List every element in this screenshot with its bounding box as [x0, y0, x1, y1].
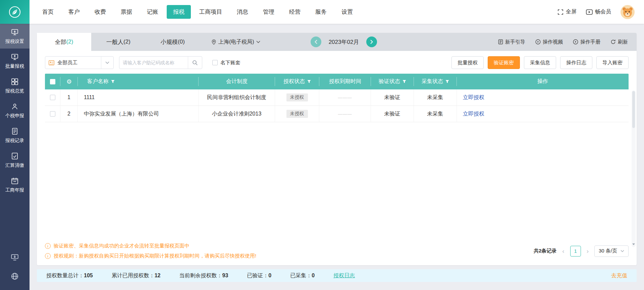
next-month-button[interactable]: [366, 37, 377, 47]
page-number-button[interactable]: 1: [570, 246, 581, 257]
nav-item-bookkeeping[interactable]: 记账: [141, 5, 165, 19]
sidebar-item-annual-report[interactable]: 工商年报: [0, 172, 30, 197]
nav-item-home[interactable]: 首页: [36, 5, 60, 19]
tab-count: (2): [123, 39, 130, 45]
row-checkbox[interactable]: [50, 95, 55, 100]
fullscreen-button[interactable]: 全屏: [557, 8, 577, 15]
pagination: 共2条记录 ‹ 1 › 30 条/页: [534, 245, 629, 257]
nav-item-settings[interactable]: 设置: [335, 5, 359, 19]
import-credentials-button[interactable]: 导入账密: [596, 56, 629, 69]
filter-funnel-icon[interactable]: [402, 80, 406, 83]
scrollbar-thumb[interactable]: [632, 91, 635, 128]
guide-doc-icon: [498, 39, 503, 45]
tab-count: (2): [66, 39, 73, 45]
own-ledger-checkbox[interactable]: [212, 60, 218, 65]
operation-manual-link[interactable]: 操作手册: [573, 39, 600, 45]
table-empty-space: [45, 122, 629, 241]
tab-general-taxpayer[interactable]: 一般人 (2): [91, 33, 146, 51]
status-used-auth: 累计已用授权数：12: [112, 272, 161, 279]
nav-item-customers[interactable]: 客户: [62, 5, 86, 19]
chevron-down-icon: [621, 250, 624, 252]
header-gear-cell: ⚙: [60, 74, 78, 89]
nav-item-management[interactable]: 管理: [257, 5, 281, 19]
collect-status-cell: 未采集: [414, 89, 457, 105]
support-globe-icon[interactable]: [10, 272, 19, 281]
sidebar-item-settlement[interactable]: 汇算清缴: [0, 148, 30, 172]
prev-month-button[interactable]: [311, 37, 321, 47]
nav-item-invoices[interactable]: 票据: [114, 5, 139, 19]
tab-label: 全部: [55, 38, 66, 46]
tab-all[interactable]: 全部 (2): [37, 33, 91, 51]
vertical-scrollbar[interactable]: [632, 90, 636, 247]
sidebar-item-label: 汇算清缴: [5, 162, 24, 168]
customer-search-box: [119, 56, 202, 69]
operation-video-link[interactable]: 操作视频: [535, 39, 563, 45]
tab-small-scale[interactable]: 小规模 (0): [146, 33, 200, 51]
sidebar-item-batch-filing[interactable]: 批量报税: [0, 49, 30, 73]
header-collect-status: 采集状态: [414, 74, 457, 89]
help-links: 新手引导 操作视频 操作手册: [498, 39, 637, 45]
accounting-system-cell: 小企业会计准则2013: [199, 106, 275, 122]
column-settings-gear-icon[interactable]: ⚙: [66, 79, 72, 85]
download-client-icon[interactable]: [10, 253, 19, 262]
collect-info-button[interactable]: 采集信息: [524, 56, 556, 69]
status-badge: 未授权: [286, 93, 308, 101]
nav-item-services[interactable]: 服务: [309, 5, 333, 19]
chevron-right-icon: [370, 40, 373, 44]
sidebar-bottom-tools: [0, 253, 30, 290]
batch-authorize-button[interactable]: 批量授权: [451, 56, 484, 69]
recharge-link[interactable]: 去充值: [611, 272, 627, 279]
authorize-now-link[interactable]: 立即授权: [463, 111, 484, 118]
filter-funnel-icon[interactable]: [307, 80, 311, 83]
row-index: 2: [60, 106, 78, 122]
nav-item-operations[interactable]: 经营: [283, 5, 307, 19]
next-page-button[interactable]: ›: [586, 247, 590, 255]
member-button[interactable]: 畅会员: [586, 8, 611, 15]
beginner-guide-link[interactable]: 新手引导: [498, 39, 525, 45]
sidebar-item-tax-settings[interactable]: 报税设置: [0, 24, 30, 49]
user-avatar[interactable]: [621, 5, 635, 19]
play-circle-icon: [535, 39, 541, 45]
overview-icon: [11, 78, 19, 86]
nav-item-tax-filing[interactable]: 报税: [167, 5, 191, 19]
header-verify-status: 验证状态: [371, 74, 414, 89]
notice-line: i 验证账密、采集信息均成功的企业才会流转至批量报税页面中: [45, 243, 256, 249]
sidebar-item-filing-records[interactable]: 报税记录: [0, 123, 30, 148]
sidebar-item-label: 报税总览: [5, 88, 24, 94]
customer-search-input[interactable]: [119, 60, 188, 65]
nav-item-messages[interactable]: 消息: [230, 5, 255, 19]
tax-filing-panel: 全部 (2) 一般人 (2) 小规模 (0): [37, 33, 637, 265]
collect-status-cell: 未采集: [414, 106, 457, 122]
refresh-icon: [610, 39, 616, 45]
employee-filter-select[interactable]: 全部员工: [45, 56, 114, 69]
authorization-log-link[interactable]: 授权日志: [333, 272, 355, 279]
sidebar-item-label: 报税记录: [5, 138, 24, 144]
page-size-select[interactable]: 30 条/页: [594, 245, 629, 257]
select-all-checkbox[interactable]: [50, 79, 55, 84]
region-selector[interactable]: 上海(电子税局): [211, 39, 260, 46]
authorize-now-link[interactable]: 立即授权: [463, 94, 484, 101]
status-verified-count: 已验证：0: [247, 272, 271, 279]
auth-status-cell: 未授权: [275, 106, 319, 122]
top-navigation: 首页 客户 收费 票据 记账 报税 工商项目 消息 管理 经营 服务 设置 全屏: [0, 0, 644, 24]
nav-item-business-projects[interactable]: 工商项目: [193, 5, 228, 19]
scrollbar-down-button[interactable]: [632, 242, 636, 247]
table-header: ⚙ 客户名称 会计制度 授权状态 授权到期时间: [45, 74, 629, 89]
verify-credentials-button[interactable]: 验证账密: [488, 56, 520, 69]
filter-funnel-icon[interactable]: [445, 80, 449, 83]
tax-settings-icon: [11, 28, 19, 36]
nav-item-billing[interactable]: 收费: [88, 5, 112, 19]
refresh-link[interactable]: 刷新: [610, 39, 628, 45]
prev-page-button[interactable]: ‹: [561, 247, 565, 255]
operation-log-button[interactable]: 操作日志: [560, 56, 592, 69]
period-navigator: 2023年02月: [311, 37, 377, 47]
filter-funnel-icon[interactable]: [111, 80, 115, 83]
sidebar-item-personal-tax[interactable]: 个税申报: [0, 98, 30, 123]
filter-toolbar: 全部员工: [45, 51, 629, 74]
sidebar-item-overview[interactable]: 报税总览: [0, 73, 30, 98]
search-button[interactable]: [188, 57, 202, 69]
chevron-down-icon: [256, 41, 260, 43]
tab-label: 一般人: [106, 38, 123, 46]
row-checkbox[interactable]: [50, 111, 55, 117]
search-icon: [192, 60, 198, 66]
